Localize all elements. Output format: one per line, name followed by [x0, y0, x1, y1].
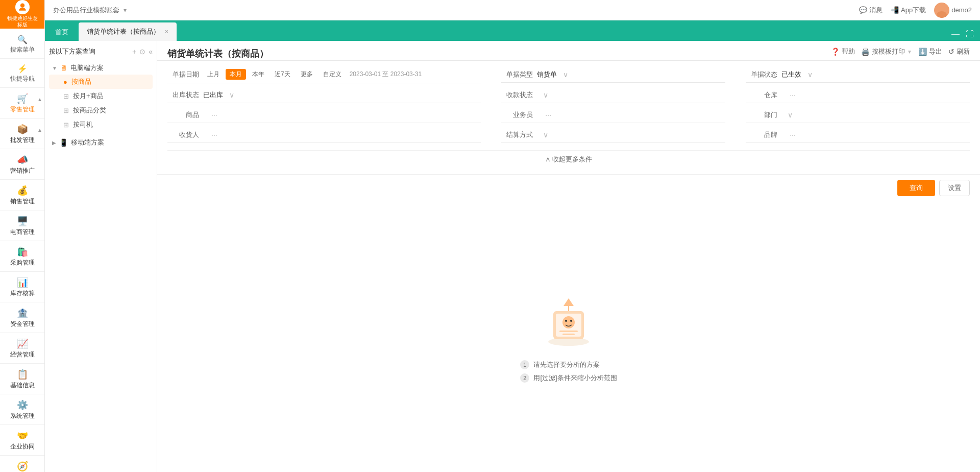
ecommerce-icon: 🖥️ [17, 216, 28, 227]
date-value: 上月 本月 本年 近7天 更多 自定义 2023-03-01 至 2023-03… [203, 69, 481, 80]
refresh-button[interactable]: ↺ 刷新 [948, 47, 970, 56]
print-button[interactable]: 🖨️ 按模板打印 ▼ [861, 47, 912, 56]
cooperation-icon: 🤝 [17, 430, 28, 441]
add-scheme-button[interactable]: + [132, 48, 136, 56]
filter-status: 单据状态 已生效 ∨ [746, 70, 970, 83]
sidebar-item-inventory[interactable]: 📊 库存核算 [0, 272, 44, 302]
date-tab-more[interactable]: 更多 [297, 69, 317, 80]
date-tab-custom[interactable]: 自定义 [319, 69, 346, 80]
refresh-label: 刷新 [957, 47, 970, 56]
page-titlebar: 销货单统计表（按商品） ❓ 帮助 🖨️ 按模板打印 ▼ ⬇️ 导出 [157, 41, 980, 61]
out-status-text: 已出库 [203, 90, 223, 100]
message-button[interactable]: 💬 消息 [859, 6, 883, 15]
finance-label: 资金管理 [10, 320, 35, 328]
type-label: 单据类型 [501, 70, 537, 79]
tab-close-icon[interactable]: × [165, 28, 168, 35]
export-button[interactable]: ⬇️ 导出 [918, 47, 942, 56]
sidebar-item-cooperation[interactable]: 🤝 企业协同 [0, 425, 44, 456]
scheme-item-by-category[interactable]: ⊞ 按商品分类 [49, 103, 153, 117]
out-status-dropdown-icon[interactable]: ∨ [229, 91, 234, 99]
guide-icon: 🧭 [17, 461, 28, 472]
warehouse-more-icon[interactable]: ··· [790, 91, 796, 99]
app-download-button[interactable]: 📲 App下载 [891, 6, 926, 15]
goods-label: 商品 [167, 110, 203, 120]
tab-minimize-button[interactable]: — [949, 28, 962, 41]
basic-icon: 📋 [17, 369, 28, 380]
query-button[interactable]: 查询 [897, 180, 935, 196]
sidebar-item-guide[interactable]: 🧭 新手引导 [0, 456, 44, 472]
quick-nav-item[interactable]: ⚡ 快捷导航 [0, 59, 44, 88]
settings-scheme-button[interactable]: ⊙ [139, 48, 145, 56]
search-menu-item[interactable]: 🔍 搜索菜单 [0, 29, 44, 59]
retail-arrow-icon: ▲ [37, 97, 42, 102]
brand-more-icon[interactable]: ··· [790, 131, 796, 139]
dept-dropdown-icon[interactable]: ∨ [788, 111, 793, 119]
tab-home[interactable]: 首页 [47, 23, 77, 41]
user-profile[interactable]: demo2 [934, 3, 972, 18]
type-dropdown-icon[interactable]: ∨ [563, 70, 568, 79]
collect-status-label: 收款状态 [501, 90, 537, 100]
sidebar-item-ecommerce[interactable]: 🖥️ 电商管理 [0, 210, 44, 241]
help-icon: ❓ [831, 48, 840, 56]
scheme-item-by-driver[interactable]: ⊞ 按司机 [49, 117, 153, 132]
purchase-label: 采购管理 [10, 258, 35, 267]
scheme-group-pc-header[interactable]: ▼ 🖥 电脑端方案 [49, 61, 153, 75]
help-button[interactable]: ❓ 帮助 [831, 47, 855, 56]
filter-settings-button[interactable]: 设置 [939, 180, 970, 196]
logo-icon [15, 0, 30, 14]
ecommerce-label: 电商管理 [10, 228, 35, 237]
sidebar-item-purchase[interactable]: 🛍️ 采购管理 [0, 241, 44, 272]
sidebar-item-operations[interactable]: 📈 经营管理 [0, 333, 44, 364]
basic-label: 基础信息 [10, 381, 35, 390]
empty-illustration [538, 291, 599, 352]
filter-row-4: 收货人 ··· 结算方式 ∨ [167, 130, 970, 143]
scheme-item-by-goods[interactable]: ● 按商品 [49, 75, 153, 89]
svg-point-6 [562, 316, 575, 328]
refresh-icon: ↺ [948, 48, 954, 56]
sidebar-item-wholesale[interactable]: 📦 ▲ 批发管理 [0, 119, 44, 149]
app-name: 畅捷通好生意 [7, 15, 38, 21]
page-title-actions: ❓ 帮助 🖨️ 按模板打印 ▼ ⬇️ 导出 ↺ 刷新 [831, 47, 970, 60]
collapse-label: ∧ 收起更多条件 [545, 155, 593, 163]
date-tab-this-month[interactable]: 本月 [226, 69, 246, 80]
date-tab-this-year[interactable]: 本年 [248, 69, 268, 80]
date-tab-7days[interactable]: 近7天 [271, 69, 295, 80]
inventory-label: 库存核算 [10, 289, 35, 298]
system-icon: ⚙️ [17, 399, 28, 411]
tab-active[interactable]: 销货单统计表（按商品） × [79, 22, 177, 41]
scheme-item-by-goods-label: 按商品 [71, 77, 91, 86]
collect-status-dropdown-icon[interactable]: ∨ [543, 91, 548, 99]
operations-icon: 📈 [17, 338, 28, 349]
dept-value-row: ∨ [781, 111, 970, 119]
filter-collect-status: 收款状态 ∨ [501, 90, 725, 103]
salesperson-more-icon[interactable]: ··· [545, 111, 551, 119]
payment-dropdown-icon[interactable]: ∨ [543, 131, 548, 139]
sidebar-item-sales[interactable]: 💰 销售管理 [0, 180, 44, 210]
scheme-group-mobile: ▶ 📱 移动端方案 [49, 136, 153, 149]
receiver-more-icon[interactable]: ··· [211, 131, 217, 139]
warehouse-label: 仓库 [746, 90, 781, 100]
tab-maximize-button[interactable]: ⛶ [964, 28, 976, 41]
collapse-scheme-button[interactable]: « [149, 48, 153, 56]
scheme-group-pc-icon: 🖥 [60, 64, 67, 72]
sidebar-item-finance[interactable]: 🏦 资金管理 [0, 302, 44, 333]
sidebar-item-system[interactable]: ⚙️ 系统管理 [0, 394, 44, 425]
sidebar-item-retail[interactable]: 🛒 ▲ 零售管理 [0, 88, 44, 119]
status-value-text: 已生效 [781, 70, 801, 79]
collapse-filter-button[interactable]: ∧ 收起更多条件 [167, 150, 970, 166]
goods-more-icon[interactable]: ··· [211, 111, 217, 119]
breadcrumb-arrow-icon[interactable]: ▾ [124, 7, 127, 14]
operations-label: 经营管理 [10, 350, 35, 359]
sidebar-item-marketing[interactable]: 📣 营销推广 [0, 149, 44, 180]
scheme-item-by-month-goods[interactable]: ⊞ 按月+商品 [49, 89, 153, 103]
wholesale-icon: 📦 [17, 124, 28, 135]
scheme-item-month-label: 按月+商品 [73, 91, 104, 101]
payment-value-row: ∨ [537, 131, 725, 139]
status-dropdown-icon[interactable]: ∨ [807, 70, 813, 79]
inventory-icon: 📊 [17, 277, 28, 288]
print-icon: 🖨️ [861, 48, 870, 56]
user-name: demo2 [951, 6, 972, 14]
scheme-group-mobile-header[interactable]: ▶ 📱 移动端方案 [49, 136, 153, 149]
date-tab-last-month[interactable]: 上月 [203, 69, 224, 80]
sidebar-item-basic[interactable]: 📋 基础信息 [0, 364, 44, 394]
